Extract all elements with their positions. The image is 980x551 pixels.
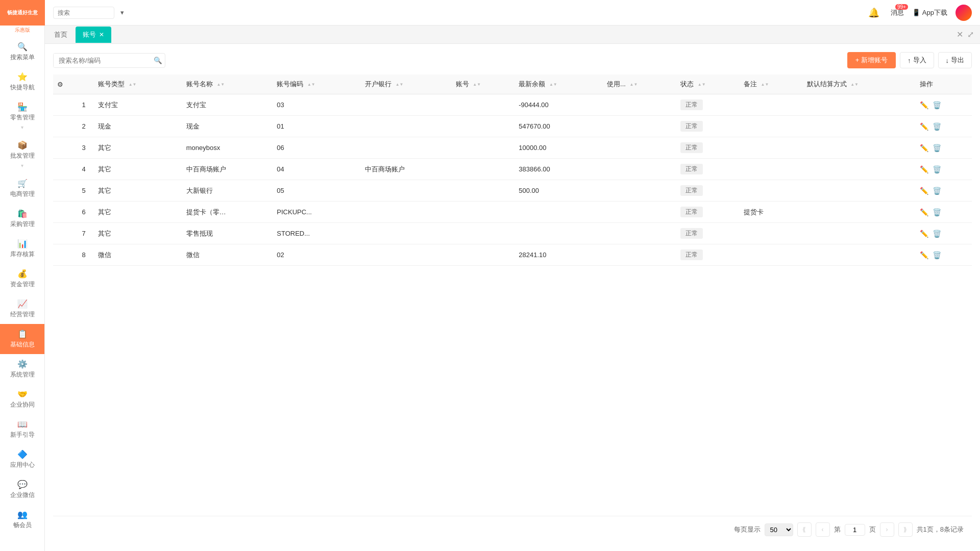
system-manage-icon: ⚙️ <box>17 359 28 369</box>
topbar-search-input[interactable] <box>53 7 114 19</box>
sidebar-item-new-guide[interactable]: 📖 新手引导 <box>0 414 44 444</box>
row-gear <box>53 116 74 137</box>
add-account-button[interactable]: + 新增账号 <box>847 52 896 68</box>
first-page-button[interactable]: ⟪ <box>797 522 812 537</box>
sidebar-item-inventory-calc[interactable]: 📊 库存核算 <box>0 234 44 264</box>
edit-icon[interactable]: ✏️ <box>920 187 928 195</box>
row-type: 其它 <box>94 137 182 159</box>
user-avatar[interactable] <box>955 5 972 21</box>
col-status[interactable]: 状态 ▲▼ <box>676 74 740 94</box>
row-account <box>452 180 515 202</box>
app-download-button[interactable]: 📱 App下载 <box>912 8 947 17</box>
table-row: 4 其它 中百商场账户 04 中百商场账户 383866.00 正常 ✏️ 🗑️ <box>53 159 972 180</box>
prev-page-button[interactable]: ‹ <box>816 522 830 537</box>
content-area: 🔍 + 新增账号 ↑ 导入 ↓ 导出 ⚙ <box>45 44 980 551</box>
row-code: 04 <box>273 159 361 180</box>
sidebar-item-search-menu[interactable]: 🔍 搜索菜单 <box>0 37 44 67</box>
search-menu-icon: 🔍 <box>17 42 28 52</box>
row-balance: 28241.10 <box>514 244 603 266</box>
account-search-button[interactable]: 🔍 <box>150 54 165 67</box>
delete-icon[interactable]: 🗑️ <box>933 208 941 216</box>
row-usage <box>603 137 676 159</box>
col-account[interactable]: 账号 ▲▼ <box>452 74 515 94</box>
row-usage <box>603 116 676 137</box>
sidebar-item-finance-manage[interactable]: 💰 资金管理 <box>0 264 44 294</box>
import-button[interactable]: ↑ 导入 <box>900 52 934 68</box>
col-action: 操作 <box>916 74 972 94</box>
row-gear <box>53 223 74 244</box>
col-code[interactable]: 账号编码 ▲▼ <box>273 74 361 94</box>
topbar-dropdown[interactable]: ▾ <box>120 9 124 16</box>
edit-icon[interactable]: ✏️ <box>920 101 928 109</box>
row-settlement <box>803 159 916 180</box>
sidebar-item-label: 畅会员 <box>13 521 32 530</box>
sidebar-item-member[interactable]: 👥 畅会员 <box>0 505 44 535</box>
page-input[interactable] <box>845 524 865 536</box>
row-status: 正常 <box>676 223 740 244</box>
row-action: ✏️ 🗑️ <box>916 159 972 180</box>
edit-icon[interactable]: ✏️ <box>920 251 928 259</box>
sort-icon: ▲▼ <box>850 82 859 87</box>
tab-close-button[interactable]: ✕ <box>99 32 104 38</box>
tab-home[interactable]: 首页 <box>47 27 75 43</box>
page-label: 第 <box>834 525 841 534</box>
row-type: 其它 <box>94 202 182 223</box>
row-code: 03 <box>273 94 361 116</box>
delete-icon[interactable]: 🗑️ <box>933 101 941 109</box>
tab-close-all-icon[interactable]: ✕ <box>957 30 963 39</box>
row-num: 7 <box>74 223 94 244</box>
table-row: 2 现金 现金 01 547670.00 正常 ✏️ 🗑️ <box>53 116 972 137</box>
per-page-select[interactable]: 50 100 200 <box>765 523 793 536</box>
row-gear <box>53 180 74 202</box>
col-gear[interactable]: ⚙ <box>53 74 74 94</box>
col-remark[interactable]: 备注 ▲▼ <box>740 74 803 94</box>
col-usage[interactable]: 使用... ▲▼ <box>603 74 676 94</box>
delete-icon[interactable]: 🗑️ <box>933 122 941 131</box>
edit-icon[interactable]: ✏️ <box>920 122 928 131</box>
row-bank <box>361 223 452 244</box>
edit-icon[interactable]: ✏️ <box>920 230 928 238</box>
row-code: 01 <box>273 116 361 137</box>
delete-icon[interactable]: 🗑️ <box>933 230 941 238</box>
col-bank[interactable]: 开户银行 ▲▼ <box>361 74 452 94</box>
delete-icon[interactable]: 🗑️ <box>933 165 941 173</box>
sidebar-item-label: 快捷导航 <box>10 83 35 92</box>
edit-icon[interactable]: ✏️ <box>920 208 928 216</box>
sidebar-item-retail-manage[interactable]: 🏪 零售管理 ▾ <box>0 97 44 135</box>
delete-icon[interactable]: 🗑️ <box>933 251 941 259</box>
edit-icon[interactable]: ✏️ <box>920 144 928 152</box>
next-page-button[interactable]: › <box>880 522 894 537</box>
toolbar-right: + 新增账号 ↑ 导入 ↓ 导出 <box>847 52 972 68</box>
sidebar-item-system-manage[interactable]: ⚙️ 系统管理 <box>0 354 44 384</box>
notification-button[interactable]: 🔔 99+ 消息 <box>868 7 904 18</box>
export-button[interactable]: ↓ 导出 <box>938 52 972 68</box>
sidebar-item-quick-nav[interactable]: ⭐ 快捷导航 <box>0 67 44 97</box>
delete-icon[interactable]: 🗑️ <box>933 187 941 195</box>
account-search-input[interactable] <box>54 54 150 67</box>
row-balance: -90444.00 <box>514 94 603 116</box>
row-type: 现金 <box>94 116 182 137</box>
sidebar-item-ecommerce-manage[interactable]: 🛒 电商管理 <box>0 173 44 204</box>
col-type[interactable]: 账号类型 ▲▼ <box>94 74 182 94</box>
sidebar-item-enterprise-wechat[interactable]: 💬 企业微信 <box>0 474 44 505</box>
sidebar-item-basic-info[interactable]: 📋 基础信息 <box>0 324 44 354</box>
col-name[interactable]: 账号名称 ▲▼ <box>182 74 273 94</box>
sidebar-item-enterprise-agreement[interactable]: 🤝 企业协同 <box>0 384 44 414</box>
delete-icon[interactable]: 🗑️ <box>933 144 941 152</box>
sidebar-item-purchase-manage[interactable]: 🛍️ 采购管理 <box>0 204 44 234</box>
col-balance[interactable]: 最新余额 ▲▼ <box>514 74 603 94</box>
edit-icon[interactable]: ✏️ <box>920 165 928 173</box>
sidebar-item-operations-manage[interactable]: 📈 经营管理 <box>0 294 44 324</box>
col-settlement[interactable]: 默认结算方式 ▲▼ <box>803 74 916 94</box>
sidebar-item-wholesale-manage[interactable]: 📦 批发管理 ▾ <box>0 135 44 173</box>
row-account <box>452 94 515 116</box>
sidebar-item-label: 新手引导 <box>10 431 35 439</box>
row-type: 其它 <box>94 159 182 180</box>
tab-account[interactable]: 账号 ✕ <box>76 27 111 43</box>
sidebar-item-app-center[interactable]: 🔷 应用中心 <box>0 444 44 474</box>
row-num: 3 <box>74 137 94 159</box>
last-page-button[interactable]: ⟫ <box>898 522 913 537</box>
tab-expand-icon[interactable]: ⤢ <box>967 30 974 39</box>
row-action: ✏️ 🗑️ <box>916 137 972 159</box>
logo-text: 畅捷通好生意 <box>7 10 38 16</box>
